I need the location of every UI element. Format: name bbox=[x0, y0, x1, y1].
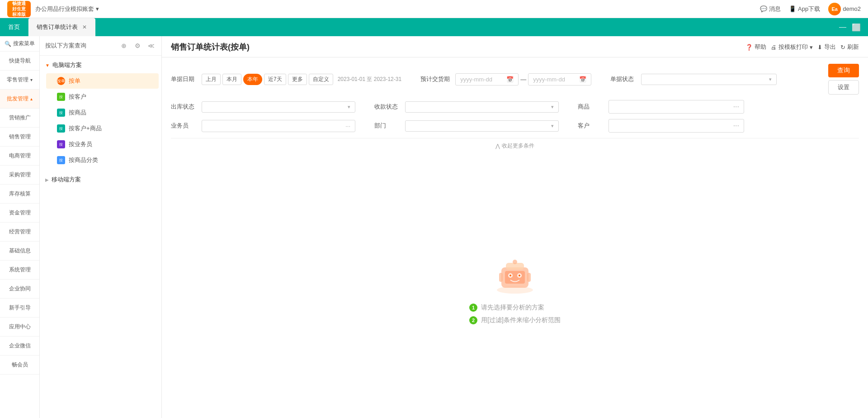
chevron-down-icon-3: ▾ bbox=[348, 104, 350, 110]
estimated-date-to[interactable]: yyyy-mm-dd 📅 bbox=[528, 73, 591, 86]
goods-select[interactable]: ··· bbox=[609, 100, 744, 114]
department-label: 部门 bbox=[374, 122, 400, 130]
sidebar-item-ecommerce[interactable]: 电商管理 bbox=[0, 147, 39, 166]
tree-pc-section: ▼ 电脑端方案 按单 按单 按 按客户 按 按商品 bbox=[40, 56, 161, 170]
sidebar-item-system[interactable]: 系统管理 bbox=[0, 261, 39, 280]
department-select[interactable]: ▾ bbox=[405, 120, 559, 132]
svg-point-6 bbox=[519, 275, 520, 276]
app-download-btn[interactable]: 📱 App下载 bbox=[789, 5, 820, 13]
by-order-icon: 按单 bbox=[57, 77, 65, 85]
filter-row-1: 单据日期 上月 本月 本年 近7天 更多 自定义 2023-01-01 至 20… bbox=[171, 64, 859, 95]
sidebar-item-operations[interactable]: 经营管理 bbox=[0, 223, 39, 242]
sidebar-item-finance[interactable]: 资金管理 bbox=[0, 204, 39, 223]
close-icon[interactable]: ✕ bbox=[82, 24, 87, 30]
tree-pc-children: 按单 按单 按 按客户 按 按商品 按 按客户+商品 bbox=[40, 73, 161, 168]
tab-sales-order-stats-label: 销售订单统计表 bbox=[37, 23, 78, 31]
tree-pc-parent[interactable]: ▼ 电脑端方案 bbox=[40, 57, 161, 73]
logo-text: 畅捷通好生意标准版 bbox=[12, 1, 26, 17]
collapse-more-conditions-btn[interactable]: ⋀ 收起更多条件 bbox=[171, 138, 859, 153]
message-icon: 💬 bbox=[760, 5, 767, 12]
tree-child-by-customer-product[interactable]: 按 按客户+商品 bbox=[46, 121, 159, 136]
sidebar-item-wholesale[interactable]: 批发管理 ▴ bbox=[0, 90, 39, 109]
settings-scheme-btn[interactable]: ⚙ bbox=[132, 41, 142, 51]
sidebar-item-marketing[interactable]: 营销推广 bbox=[0, 109, 39, 128]
filter-section: 单据日期 上月 本月 本年 近7天 更多 自定义 2023-01-01 至 20… bbox=[162, 57, 868, 160]
app-selector[interactable]: 办公用品行业模拟账套 ▾ bbox=[35, 5, 99, 13]
date-btn-this-year[interactable]: 本年 bbox=[243, 74, 262, 85]
gear-icon: ⚙ bbox=[135, 42, 141, 49]
sidebar-item-retail[interactable]: 零售管理 ▾ bbox=[0, 71, 39, 90]
sidebar-item-appstore[interactable]: 应用中心 bbox=[0, 318, 39, 337]
help-btn[interactable]: ❓ 帮助 bbox=[745, 43, 766, 51]
minimize-button[interactable]: — bbox=[839, 23, 846, 31]
setting-button[interactable]: 设置 bbox=[828, 80, 859, 95]
customer-select[interactable]: ··· bbox=[609, 119, 744, 133]
tree-child-by-salesman[interactable]: 按 按业务员 bbox=[46, 137, 159, 152]
export-btn[interactable]: ⬇ 导出 bbox=[817, 43, 836, 51]
tab-sales-order-stats[interactable]: 销售订单统计表 ✕ bbox=[28, 18, 95, 36]
expand-icon: ▼ bbox=[45, 63, 50, 68]
sidebar-item-enterprise[interactable]: 企业协同 bbox=[0, 280, 39, 299]
search-menu-btn[interactable]: 🔍 搜索菜单 bbox=[0, 36, 39, 52]
tab-window-actions: — ⬜ bbox=[832, 18, 868, 36]
date-btn-more[interactable]: 更多 bbox=[288, 74, 307, 85]
page-title: 销售订单统计表(按单) bbox=[171, 42, 250, 52]
by-salesman-icon: 按 bbox=[57, 140, 65, 148]
tree-child-by-customer[interactable]: 按 按客户 bbox=[46, 89, 159, 104]
chevron-down-icon: ▾ bbox=[96, 5, 99, 12]
svg-point-5 bbox=[509, 275, 511, 276]
calendar-icon: 📅 bbox=[506, 76, 514, 83]
tree-mobile-parent[interactable]: ▶ 移动端方案 bbox=[40, 172, 161, 187]
sidebar: 🔍 搜索菜单 快捷导航 零售管理 ▾ 批发管理 ▴ 营销推广 销售管理 电商管理… bbox=[0, 36, 40, 418]
sidebar-item-basic[interactable]: 基础信息 bbox=[0, 242, 39, 261]
message-btn[interactable]: 💬 消息 bbox=[760, 5, 781, 13]
sidebar-item-member[interactable]: 畅会员 bbox=[0, 356, 39, 375]
topbar-left: 畅捷通好生意标准版 办公用品行业模拟账套 ▾ bbox=[7, 1, 99, 17]
sidebar-item-sales[interactable]: 销售管理 bbox=[0, 128, 39, 147]
svg-rect-8 bbox=[527, 273, 531, 282]
dots-icon: ··· bbox=[733, 103, 739, 111]
print-btn[interactable]: 🖨 按模板打印 ▾ bbox=[771, 43, 813, 51]
refresh-btn[interactable]: ↻ 刷新 bbox=[840, 43, 859, 51]
user-menu[interactable]: Ea demo2 bbox=[828, 3, 861, 15]
tree-child-by-order[interactable]: 按单 按单 bbox=[46, 73, 159, 89]
date-btn-last-month[interactable]: 上月 bbox=[202, 74, 221, 85]
calendar-icon-2: 📅 bbox=[579, 76, 586, 83]
order-status-select[interactable]: ▾ bbox=[641, 74, 777, 85]
placeholder-illustration bbox=[488, 249, 542, 294]
sidebar-item-inventory[interactable]: 库存核算 bbox=[0, 185, 39, 204]
export-icon: ⬇ bbox=[817, 44, 822, 51]
maximize-button[interactable]: ⬜ bbox=[852, 23, 861, 32]
date-btn-custom[interactable]: 自定义 bbox=[309, 74, 333, 85]
tree-child-by-product[interactable]: 按 按商品 bbox=[46, 105, 159, 120]
content-placeholder: 1 请先选择要分析的方案 2 用[过滤]条件来缩小分析范围 bbox=[162, 160, 868, 418]
sidebar-item-newbie[interactable]: 新手引导 bbox=[0, 299, 39, 318]
estimated-delivery-label: 预计交货期 bbox=[420, 75, 450, 83]
sidebar-item-wechat[interactable]: 企业微信 bbox=[0, 337, 39, 356]
content-area: 按以下方案查询 ⊕ ⚙ ≪ ▼ 电脑端方案 bbox=[40, 36, 868, 418]
receipt-status-select[interactable]: ▾ bbox=[405, 101, 559, 113]
estimated-date-from[interactable]: yyyy-mm-dd 📅 bbox=[455, 73, 519, 86]
sidebar-item-purchase[interactable]: 采购管理 bbox=[0, 166, 39, 185]
svg-rect-7 bbox=[499, 273, 503, 282]
step-2-text: 用[过滤]条件来缩小分析范围 bbox=[481, 316, 561, 324]
by-product-icon: 按 bbox=[57, 109, 65, 117]
dots-icon-2: ··· bbox=[345, 123, 350, 129]
tree-pc-label: 电脑端方案 bbox=[52, 61, 82, 69]
add-scheme-btn[interactable]: ⊕ bbox=[119, 41, 129, 51]
delivery-status-select[interactable]: ▾ bbox=[202, 101, 355, 113]
salesman-select[interactable]: ··· bbox=[202, 120, 355, 132]
by-product-label: 按商品 bbox=[69, 109, 86, 117]
collapse-panel-btn[interactable]: ≪ bbox=[146, 41, 156, 51]
sidebar-item-shortcut[interactable]: 快捷导航 bbox=[0, 52, 39, 71]
by-order-label: 按单 bbox=[69, 77, 80, 85]
tree-mobile-label: 移动端方案 bbox=[52, 176, 81, 184]
tree-child-by-category[interactable]: 按 按商品分类 bbox=[46, 152, 159, 168]
plus-icon: ⊕ bbox=[121, 42, 127, 49]
topbar-right: 💬 消息 📱 App下载 Ea demo2 bbox=[760, 3, 861, 15]
date-btn-this-month[interactable]: 本月 bbox=[222, 74, 241, 85]
query-button[interactable]: 查询 bbox=[828, 64, 859, 77]
tab-home[interactable]: 首页 bbox=[0, 18, 28, 36]
step-2-num: 2 bbox=[469, 316, 477, 324]
date-btn-last-7[interactable]: 近7天 bbox=[264, 74, 286, 85]
